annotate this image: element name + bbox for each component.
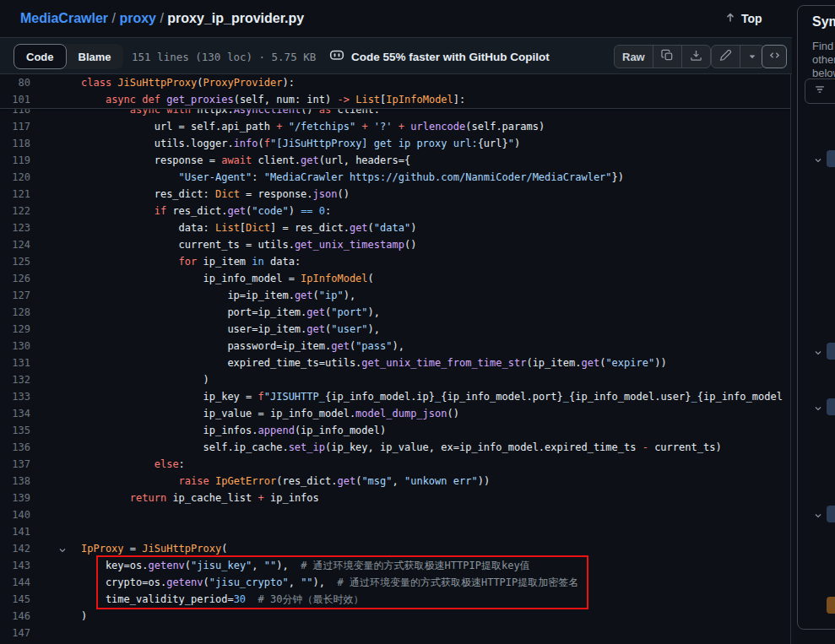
code-line: 117 url = self.api_path + "/fetchips" + … [0,118,790,135]
code-line: 146) [0,608,790,625]
line-number[interactable]: 128 [0,304,52,321]
line-number[interactable]: 126 [0,270,52,287]
code-line: 136 self.ip_cache.set_ip(ip_key, ip_valu… [0,439,790,456]
symbol-tree-row[interactable] [798,597,835,615]
gutter [52,388,81,405]
code-line: 142IpProxy = JiSuHttpProxy( [0,540,790,557]
chevron-down-icon[interactable] [813,346,823,361]
copy-raw-button[interactable] [653,46,681,68]
line-number[interactable]: 129 [0,321,52,338]
tab-code[interactable]: Code [14,44,67,69]
arrow-up-icon [724,12,736,26]
line-number[interactable]: 147 [0,625,52,641]
line-number[interactable]: 136 [0,439,52,456]
breadcrumb-repo-link[interactable]: MediaCrawler [20,11,108,26]
code-line: 130 password=ip_item.get("pass"), [0,338,790,354]
code-text: utils.logger.info(f"[JiSuHttpProxy] get … [81,135,520,152]
breadcrumb-file-name: proxy_ip_provider.py [167,11,304,26]
symbol-tree-row[interactable] [798,506,835,524]
code-line: 125 for ip_item in data: [0,253,790,270]
gutter [52,135,81,152]
symbol-kind-badge[interactable] [827,597,835,614]
line-number[interactable]: 121 [0,186,52,203]
symbols-filter-input[interactable] [805,78,835,104]
symbol-kind-badge[interactable] [827,343,835,360]
code-text: user=ip_item.get("user"), [81,321,380,338]
line-number[interactable]: 142 [0,540,52,557]
symbol-tree-row[interactable] [798,343,835,361]
line-number[interactable]: 134 [0,405,52,422]
line-number[interactable]: 135 [0,422,52,439]
line-number[interactable]: 139 [0,490,52,506]
line-number[interactable]: 101 [0,91,52,108]
line-number[interactable]: 124 [0,236,52,253]
gutter [52,473,81,490]
gutter [52,152,81,169]
code-line: 132 ) [0,371,790,388]
gutter [52,253,81,270]
symbol-kind-badge[interactable] [827,150,835,167]
line-number[interactable]: 141 [0,523,52,540]
line-number[interactable]: 127 [0,287,52,304]
line-number[interactable]: 137 [0,456,52,473]
line-number[interactable]: 133 [0,388,52,405]
code-text: for ip_item in data: [81,253,301,270]
chevron-down-icon[interactable] [813,509,823,524]
line-number[interactable]: 125 [0,253,52,270]
line-number[interactable]: 118 [0,135,52,152]
code-text: "User-Agent": "MediaCrawler https://gith… [81,169,624,186]
code-text: else: [81,456,185,473]
code-line: 124 current_ts = utils.get_unix_timestam… [0,236,790,253]
code-text: key=os.getenv("jisu_key", ""), # 通过环境变量的… [81,557,530,574]
line-number[interactable]: 119 [0,152,52,169]
code-text: class JiSuHttpProxy(ProxyProvider): [81,74,295,91]
code-text: return ip_cache_list + ip_infos [81,490,319,506]
chevron-down-icon[interactable] [813,402,823,417]
symbol-kind-badge[interactable] [827,398,835,415]
code-line: 129 user=ip_item.get("user"), [0,321,790,338]
download-raw-button[interactable] [681,46,710,68]
breadcrumb-separator: / [108,11,119,26]
gutter [52,608,81,625]
code-line: 101 async def get_proxies(self, num: int… [0,91,790,108]
symbol-tree-row[interactable] [798,398,835,417]
line-number[interactable]: 145 [0,591,52,608]
breadcrumb-folder-link[interactable]: proxy [119,11,156,26]
code-line: 131 expired_time_ts=utils.get_unix_time_… [0,354,790,371]
sticky-context-lines: 80class JiSuHttpProxy(ProxyProvider):101… [0,74,790,109]
line-number[interactable]: 131 [0,354,52,371]
line-number[interactable]: 122 [0,203,52,219]
line-number[interactable]: 80 [0,74,52,91]
line-number[interactable]: 138 [0,473,52,490]
gutter [52,236,81,253]
line-number[interactable]: 140 [0,506,52,523]
gutter [52,354,81,371]
code-line: 127 ip=ip_item.get("ip"), [0,287,790,304]
line-number[interactable]: 130 [0,338,52,354]
gutter [52,506,81,523]
line-number[interactable]: 143 [0,557,52,574]
back-to-top-link[interactable]: Top [724,0,762,37]
gutter [52,304,81,321]
code-line: 145 time_validity_period=30 # 30分钟（最长时效） [0,591,790,608]
copilot-banner: Code 55% faster with GitHub Copilot [329,38,550,75]
code-line: 119 response = await client.get(url, hea… [0,152,790,169]
line-number[interactable]: 117 [0,118,52,135]
code-text: ip_value = ip_info_model.model_dump_json… [81,405,459,422]
line-number[interactable]: 146 [0,608,52,625]
line-number[interactable]: 120 [0,169,52,186]
symbol-kind-badge[interactable] [827,506,835,522]
line-number[interactable]: 123 [0,219,52,236]
chevron-down-icon[interactable] [813,154,823,169]
edit-dropdown-button[interactable] [740,46,764,68]
edit-file-button[interactable] [712,46,740,68]
symbol-tree-row[interactable] [798,150,835,169]
line-number[interactable]: 132 [0,371,52,388]
symbols-panel-toggle-button[interactable] [762,45,787,68]
line-number[interactable]: 144 [0,574,52,591]
gutter [52,287,81,304]
gutter [52,169,81,186]
code-text: crypto=os.getenv("jisu_crypto", ""), # 通… [81,574,578,591]
tab-blame[interactable]: Blame [67,44,123,69]
raw-button[interactable]: Raw [615,46,653,68]
